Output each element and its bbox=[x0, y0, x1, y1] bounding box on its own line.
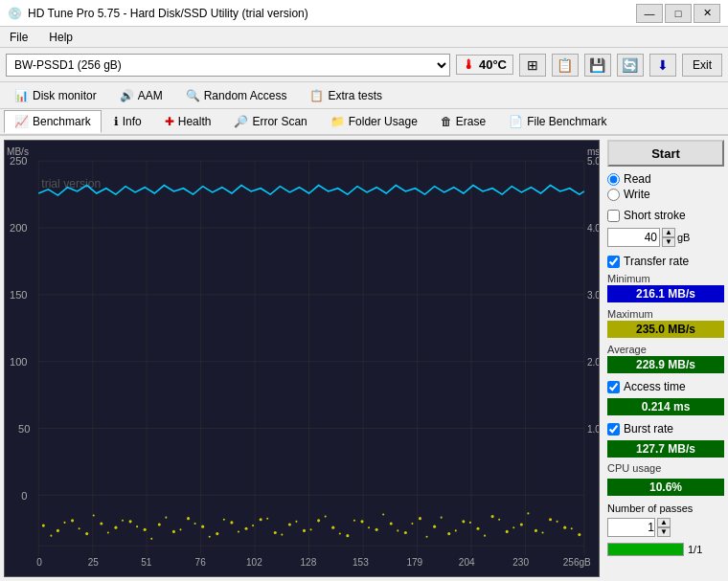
tab-folder-usage[interactable]: 📁 Folder Usage bbox=[320, 110, 428, 133]
tab-random-access[interactable]: 🔍 Random Access bbox=[175, 84, 298, 107]
titlebar-left: 💿 HD Tune Pro 5.75 - Hard Disk/SSD Utili… bbox=[8, 7, 308, 20]
burst-rate-check-row[interactable]: Burst rate bbox=[607, 422, 724, 436]
svg-text:76: 76 bbox=[195, 557, 206, 568]
tab-info[interactable]: ℹ Info bbox=[103, 110, 152, 133]
read-radio[interactable] bbox=[607, 173, 620, 186]
write-radio-label[interactable]: Write bbox=[607, 188, 724, 201]
disk-monitor-icon: 📊 bbox=[14, 89, 29, 102]
toolbar-icon-3[interactable]: 💾 bbox=[584, 54, 611, 77]
toolbar-icon-1[interactable]: ⊞ bbox=[519, 54, 546, 77]
menubar: File Help bbox=[0, 27, 728, 48]
svg-point-82 bbox=[209, 536, 211, 538]
tab-error-scan[interactable]: 🔎 Error Scan bbox=[223, 110, 317, 133]
passes-input[interactable] bbox=[607, 518, 655, 537]
svg-point-94 bbox=[382, 513, 384, 515]
average-stat: Average 228.9 MB/s bbox=[607, 344, 724, 373]
stroke-value-input[interactable] bbox=[607, 228, 660, 247]
svg-point-66 bbox=[520, 523, 523, 525]
titlebar-controls[interactable]: — □ ✕ bbox=[636, 4, 720, 23]
svg-text:102: 102 bbox=[246, 557, 262, 568]
tab-file-benchmark[interactable]: 📄 File Benchmark bbox=[498, 110, 617, 133]
transfer-rate-row[interactable]: Transfer rate bbox=[607, 255, 724, 268]
passes-spinners[interactable]: ▲ ▼ bbox=[657, 518, 671, 537]
maximize-button[interactable]: □ bbox=[665, 4, 692, 23]
read-radio-label[interactable]: Read bbox=[607, 172, 724, 186]
aam-icon: 🔊 bbox=[120, 89, 134, 102]
svg-point-77 bbox=[136, 525, 138, 527]
minimum-stat: Minimum 216.1 MB/s bbox=[607, 273, 724, 302]
stroke-up-button[interactable]: ▲ bbox=[662, 228, 675, 237]
short-stroke-checkbox[interactable] bbox=[607, 210, 620, 222]
svg-text:153: 153 bbox=[353, 557, 369, 568]
transfer-rate-checkbox[interactable] bbox=[607, 256, 620, 268]
passes-up-button[interactable]: ▲ bbox=[657, 518, 671, 527]
toolbar-icon-2[interactable]: 📋 bbox=[552, 54, 579, 77]
svg-point-41 bbox=[158, 523, 161, 525]
svg-point-107 bbox=[571, 527, 573, 529]
write-radio[interactable] bbox=[607, 189, 620, 201]
passes-down-button[interactable]: ▼ bbox=[657, 527, 671, 537]
svg-point-99 bbox=[455, 529, 457, 531]
stroke-value-row: ▲ ▼ gB bbox=[607, 228, 724, 247]
svg-point-46 bbox=[230, 521, 233, 524]
close-button[interactable]: ✕ bbox=[694, 4, 720, 23]
health-icon: ✚ bbox=[165, 115, 174, 128]
tab-extra-tests[interactable]: 📋 Extra tests bbox=[299, 84, 393, 107]
tab-benchmark[interactable]: 📈 Benchmark bbox=[4, 110, 102, 133]
svg-point-38 bbox=[114, 526, 117, 529]
passes-label: Number of passes bbox=[607, 503, 724, 514]
cpu-usage-value: 10.6% bbox=[607, 479, 724, 496]
exit-button[interactable]: Exit bbox=[682, 54, 722, 77]
menu-file[interactable]: File bbox=[4, 29, 34, 46]
svg-text:204: 204 bbox=[459, 557, 475, 568]
stroke-down-button[interactable]: ▼ bbox=[662, 237, 675, 247]
burst-rate-value: 127.7 MB/s bbox=[607, 440, 724, 458]
access-time-value: 0.214 ms bbox=[607, 398, 724, 415]
toolbar-icon-4[interactable]: 🔄 bbox=[617, 54, 644, 77]
tab-disk-monitor[interactable]: 📊 Disk monitor bbox=[4, 84, 107, 107]
svg-point-42 bbox=[172, 530, 175, 533]
svg-point-95 bbox=[397, 529, 398, 531]
access-time-check-row[interactable]: Access time bbox=[607, 380, 724, 393]
average-value: 228.9 MB/s bbox=[607, 356, 724, 373]
extra-tests-icon: 📋 bbox=[309, 89, 324, 102]
main-content: 250 200 150 100 50 0 MB/s 5.00 4.00 3.00… bbox=[0, 136, 728, 581]
toolbar-icon-5[interactable]: ⬇ bbox=[649, 54, 676, 77]
svg-point-62 bbox=[462, 520, 465, 523]
svg-point-54 bbox=[346, 534, 349, 537]
access-time-checkbox[interactable] bbox=[607, 381, 620, 393]
svg-point-64 bbox=[491, 515, 494, 518]
menu-help[interactable]: Help bbox=[43, 29, 79, 46]
svg-point-104 bbox=[527, 512, 529, 514]
maximum-stat: Maximum 235.0 MB/s bbox=[607, 308, 724, 338]
tab-erase[interactable]: 🗑 Erase bbox=[430, 110, 496, 133]
svg-point-39 bbox=[129, 520, 132, 523]
svg-text:51: 51 bbox=[141, 557, 151, 568]
device-selector[interactable]: BW-PSSD1 (256 gB) bbox=[6, 54, 450, 77]
tabs-row2: 📈 Benchmark ℹ Info ✚ Health 🔎 Error Scan… bbox=[0, 109, 728, 136]
svg-point-97 bbox=[426, 536, 428, 538]
svg-point-75 bbox=[107, 531, 109, 533]
svg-text:179: 179 bbox=[406, 557, 422, 568]
app-icon: 💿 bbox=[8, 7, 22, 20]
tab-aam[interactable]: 🔊 AAM bbox=[109, 84, 173, 107]
svg-point-45 bbox=[216, 532, 218, 535]
minimize-button[interactable]: — bbox=[636, 4, 663, 23]
svg-point-47 bbox=[245, 527, 248, 530]
svg-text:2.00: 2.00 bbox=[587, 357, 599, 368]
svg-point-71 bbox=[50, 535, 52, 537]
tab-health[interactable]: ✚ Health bbox=[154, 110, 222, 133]
burst-rate-checkbox[interactable] bbox=[607, 423, 620, 436]
svg-text:0: 0 bbox=[36, 557, 42, 568]
short-stroke-row[interactable]: Short stroke bbox=[607, 209, 724, 222]
start-button[interactable]: Start bbox=[607, 140, 724, 167]
benchmark-chart: 250 200 150 100 50 0 MB/s 5.00 4.00 3.00… bbox=[5, 141, 599, 576]
svg-point-69 bbox=[563, 526, 566, 529]
svg-point-101 bbox=[484, 535, 486, 537]
minimum-value: 216.1 MB/s bbox=[607, 285, 724, 302]
svg-text:MB/s: MB/s bbox=[7, 146, 29, 157]
stroke-spinners[interactable]: ▲ ▼ bbox=[662, 228, 675, 247]
svg-point-61 bbox=[447, 532, 450, 535]
svg-text:100: 100 bbox=[10, 356, 27, 368]
right-panel: Start Read Write Short stroke ▲ ▼ gB bbox=[603, 136, 728, 581]
